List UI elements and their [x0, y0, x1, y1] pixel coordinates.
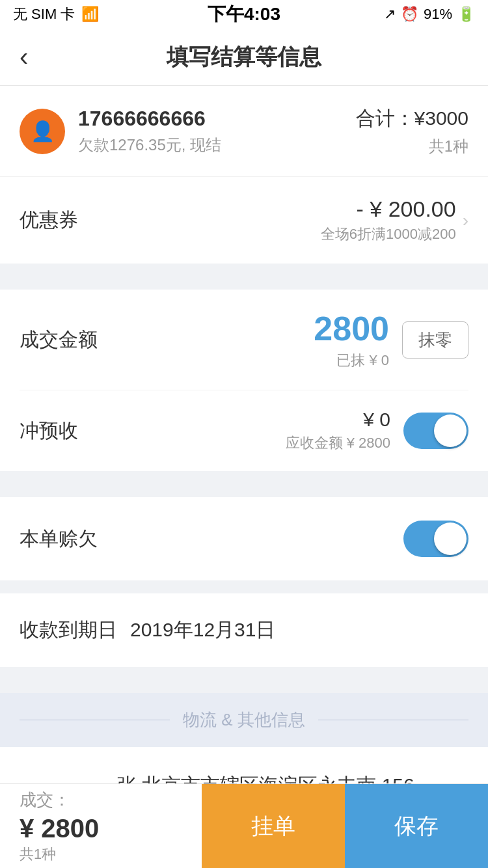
battery-text: 91% — [424, 6, 452, 23]
logistics-line-right — [318, 720, 468, 720]
hang-button[interactable]: 挂单 — [202, 784, 345, 868]
status-carrier: 无 SIM 卡 📶 — [13, 5, 99, 24]
customer-info: 17666666666 欠款1276.35元, 现结 — [78, 107, 221, 156]
customer-debt: 欠款1276.35元, 现结 — [78, 135, 221, 156]
section-divider-2 — [0, 484, 488, 497]
prepay-right: ¥ 0 应收金额 ¥ 2800 — [286, 409, 468, 453]
section-divider-3 — [0, 680, 488, 693]
deal-amount-label: 成交金额 — [20, 327, 98, 353]
status-time: 下午4:03 — [208, 2, 280, 27]
amount-section: 成交金额 2800 已抹 ¥ 0 抹零 冲预收 ¥ 0 应收金额 ¥ 2800 — [0, 290, 488, 471]
debt-toggle[interactable] — [403, 521, 468, 557]
coupon-label: 优惠券 — [20, 207, 78, 234]
prepay-value-group: ¥ 0 应收金额 ¥ 2800 — [286, 409, 390, 453]
duedate-section: 收款到期日 2019年12月31日 — [0, 593, 488, 667]
prepay-toggle[interactable] — [403, 413, 468, 449]
coupon-desc: 全场6折满1000减200 — [321, 224, 456, 244]
logistics-label: 物流 & 其他信息 — [170, 709, 318, 731]
carrier-text: 无 SIM 卡 — [13, 5, 75, 24]
content-area: 👤 17666666666 欠款1276.35元, 现结 合计：¥3000 共1… — [0, 86, 488, 868]
coupon-discount: - ¥ 200.00 全场6折满1000减200 — [321, 197, 456, 244]
section-divider-1 — [0, 277, 488, 290]
nav-bar: ‹ 填写结算等信息 — [0, 29, 488, 86]
debt-label: 本单赊欠 — [20, 526, 98, 552]
customer-row: 👤 17666666666 欠款1276.35元, 现结 合计：¥3000 共1… — [0, 86, 488, 176]
duedate-label: 收款到期日 — [20, 617, 117, 644]
bottom-amount: ¥ 2800 — [20, 814, 182, 843]
toggle-knob — [434, 414, 467, 447]
battery-icon: 🔋 — [457, 6, 475, 23]
chevron-right-icon: › — [463, 210, 468, 231]
location-icon: ↗ — [384, 6, 396, 23]
avatar-icon: 👤 — [31, 120, 55, 142]
prepay-row: 冲预收 ¥ 0 应收金额 ¥ 2800 — [20, 390, 468, 471]
bottom-deal-label: 成交： — [20, 789, 182, 811]
deal-amount-row: 成交金额 2800 已抹 ¥ 0 抹零 — [20, 290, 468, 390]
duedate-row: 收款到期日 2019年12月31日 — [20, 593, 468, 667]
deal-amount-right: 2800 已抹 ¥ 0 抹零 — [314, 309, 468, 370]
customer-phone: 17666666666 — [78, 107, 221, 131]
debt-row: 本单赊欠 — [20, 497, 468, 580]
logistics-line-left — [20, 720, 170, 720]
coupon-row[interactable]: 优惠券 - ¥ 200.00 全场6折满1000减200 › — [0, 176, 488, 264]
deal-amount-sub: 已抹 ¥ 0 — [314, 351, 389, 370]
prepay-amount: ¥ 0 — [286, 409, 390, 431]
customer-right: 合计：¥3000 共1种 — [356, 105, 468, 157]
bottom-count: 共1种 — [20, 845, 182, 864]
customer-card: 👤 17666666666 欠款1276.35元, 现结 合计：¥3000 共1… — [0, 86, 488, 264]
total-amount: 合计：¥3000 — [356, 105, 468, 132]
coupon-right: - ¥ 200.00 全场6折满1000减200 › — [321, 197, 468, 244]
logistics-section: 物流 & 其他信息 — [0, 693, 488, 747]
wifi-icon: 📶 — [81, 6, 99, 23]
page-title: 填写结算等信息 — [167, 42, 321, 72]
duedate-value: 2019年12月31日 — [130, 617, 275, 644]
bottom-bar: 成交： ¥ 2800 共1种 挂单 保存 — [0, 783, 488, 868]
customer-left: 👤 17666666666 欠款1276.35元, 现结 — [20, 107, 221, 156]
total-count: 共1种 — [356, 136, 468, 157]
deal-amount-value-group: 2800 已抹 ¥ 0 — [314, 309, 389, 370]
avatar: 👤 — [20, 109, 65, 154]
debt-toggle-knob — [434, 522, 467, 555]
alarm-icon: ⏰ — [401, 6, 418, 23]
status-right: ↗ ⏰ 91% 🔋 — [384, 6, 475, 23]
bottom-summary: 成交： ¥ 2800 共1种 — [0, 789, 202, 864]
save-button[interactable]: 保存 — [345, 784, 488, 868]
status-bar: 无 SIM 卡 📶 下午4:03 ↗ ⏰ 91% 🔋 — [0, 0, 488, 29]
prepay-label: 冲预收 — [20, 418, 78, 444]
round-button[interactable]: 抹零 — [402, 321, 468, 359]
debt-section: 本单赊欠 — [0, 497, 488, 580]
coupon-amount: - ¥ 200.00 — [321, 197, 456, 222]
prepay-sub: 应收金额 ¥ 2800 — [286, 433, 390, 453]
back-button[interactable]: ‹ — [20, 42, 41, 72]
deal-amount-value: 2800 — [314, 309, 389, 348]
